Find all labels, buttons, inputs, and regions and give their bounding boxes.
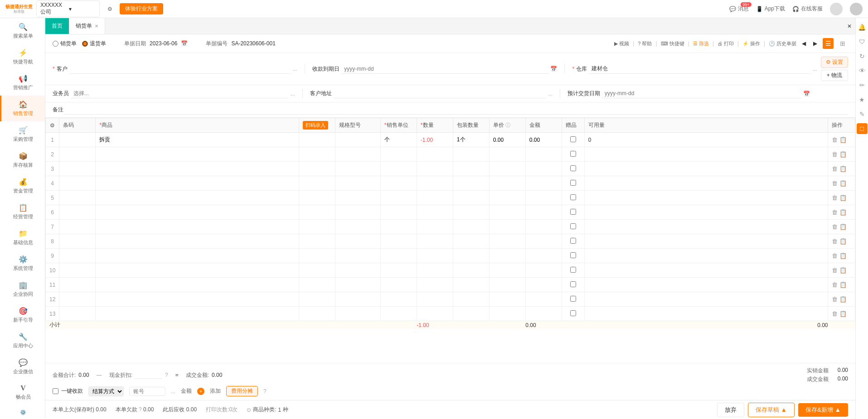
account-input[interactable] — [129, 387, 165, 396]
row-qty-8[interactable] — [417, 234, 453, 249]
row-spec-2[interactable] — [335, 147, 380, 162]
row-delete-button-12[interactable]: 🗑 — [832, 296, 838, 303]
tab-home[interactable]: 首页 — [45, 18, 69, 34]
row-copy-button-3[interactable]: 📋 — [839, 165, 847, 172]
row-gift-4[interactable] — [562, 176, 584, 191]
row-gift-8[interactable] — [562, 234, 584, 249]
sidebar-item-corp-wechat[interactable]: 💬 企业微信 — [0, 354, 45, 380]
delivery-calendar-icon[interactable]: 📅 — [803, 91, 810, 97]
row-gift-checkbox-12[interactable] — [570, 296, 576, 302]
row-barcode-2[interactable] — [59, 147, 96, 162]
row-spec-1[interactable] — [335, 133, 380, 147]
row-unit-4[interactable] — [380, 176, 417, 191]
logistics-button[interactable]: + 物流 — [821, 70, 848, 81]
rp-orange-action-icon[interactable]: □ — [857, 123, 868, 134]
tab-close-icon[interactable]: ✕ — [95, 24, 98, 29]
settlement-method-select[interactable]: 结算方式 — [88, 386, 124, 396]
row-gift-5[interactable] — [562, 191, 584, 205]
row-barcode-7[interactable] — [59, 220, 96, 234]
row-pack-qty-8[interactable] — [453, 234, 489, 249]
row-unit-10[interactable] — [380, 263, 417, 278]
row-spec-8[interactable] — [335, 234, 380, 249]
row-spec-3[interactable] — [335, 162, 380, 176]
row-barcode-12[interactable] — [59, 292, 96, 307]
row-product-2[interactable] — [96, 147, 299, 162]
row-delete-button-6[interactable]: 🗑 — [832, 209, 838, 216]
row-pack-qty-1[interactable] — [453, 133, 489, 147]
row-amount-13[interactable] — [525, 307, 562, 321]
delivery-date-input[interactable] — [602, 89, 801, 98]
row-unit-price-13[interactable] — [489, 307, 525, 321]
row-qty-7[interactable] — [417, 220, 453, 234]
rp-edit2-icon[interactable]: ✎ — [857, 109, 868, 120]
sidebar-item-operations-mgmt[interactable]: 📋 经营管理 — [0, 199, 45, 225]
row-gift-checkbox-5[interactable] — [570, 194, 576, 200]
row-unit-9[interactable] — [380, 249, 417, 263]
row-copy-button-1[interactable]: 📋 — [839, 136, 847, 143]
account-dots-icon[interactable]: ... — [171, 388, 175, 395]
fee-split-button[interactable]: 费用分摊 — [226, 386, 258, 396]
sidebar-item-capital-mgmt[interactable]: 💰 资金管理 — [0, 173, 45, 199]
one-click-payment-input[interactable] — [53, 388, 58, 394]
row-gift-7[interactable] — [562, 220, 584, 234]
row-unit-price-1[interactable] — [489, 133, 525, 147]
online-service-button[interactable]: 🎧 在线客服 — [792, 5, 823, 13]
row-pack-qty-10[interactable] — [453, 263, 489, 278]
row-pack-qty-13[interactable] — [453, 307, 489, 321]
row-copy-button-5[interactable]: 📋 — [839, 194, 847, 201]
row-unit-7[interactable] — [380, 220, 417, 234]
row-unit-price-3[interactable] — [489, 162, 525, 176]
tab-sales-order[interactable]: 销货单 ✕ — [69, 18, 105, 34]
row-unit-price-2[interactable] — [489, 147, 525, 162]
rp-refresh-icon[interactable]: ↻ — [857, 51, 868, 62]
row-pack-qty-6[interactable] — [453, 205, 489, 220]
row-unit-price-7[interactable] — [489, 220, 525, 234]
sidebar-item-newbie-guide[interactable]: 🎯 新手引导 — [0, 302, 45, 328]
row-qty-5[interactable] — [417, 191, 453, 205]
row-gift-checkbox-11[interactable] — [570, 281, 576, 287]
row-unit-price-12[interactable] — [489, 292, 525, 307]
avatar-extra[interactable] — [850, 3, 863, 15]
save-new-button[interactable]: 保存&新增 ▲ — [798, 403, 848, 417]
row-copy-button-9[interactable]: 📋 — [839, 252, 847, 259]
row-unit-6[interactable] — [380, 205, 417, 220]
row-qty-13[interactable] — [417, 307, 453, 321]
row-amount-9[interactable] — [525, 249, 562, 263]
row-barcode-9[interactable] — [59, 249, 96, 263]
row-delete-button-13[interactable]: 🗑 — [832, 310, 838, 317]
row-delete-button-3[interactable]: 🗑 — [832, 165, 838, 172]
row-delete-button-2[interactable]: 🗑 — [832, 151, 838, 158]
row-pack-qty-4[interactable] — [453, 176, 489, 191]
row-gift-checkbox-10[interactable] — [570, 267, 576, 273]
row-spec-7[interactable] — [335, 220, 380, 234]
grid-view-icon[interactable]: ⊞ — [837, 38, 848, 49]
row-amount-6[interactable] — [525, 205, 562, 220]
sidebar-item-marketing[interactable]: 📢 营销推广 — [0, 70, 45, 96]
sidebar-item-system-mgmt[interactable]: ⚙️ 系统管理 — [0, 250, 45, 276]
shortcut-button[interactable]: ⌨ 快捷键 — [661, 40, 684, 47]
row-product-7[interactable] — [96, 220, 299, 234]
row-pack-qty-2[interactable] — [453, 147, 489, 162]
trial-button[interactable]: 体验行业方案 — [120, 3, 163, 14]
row-gift-2[interactable] — [562, 147, 584, 162]
row-delete-button-1[interactable]: 🗑 — [832, 136, 838, 143]
row-barcode-3[interactable] — [59, 162, 96, 176]
customer-input[interactable] — [69, 64, 291, 74]
row-unit-13[interactable] — [380, 307, 417, 321]
row-spec-9[interactable] — [335, 249, 380, 263]
one-click-payment-checkbox[interactable]: 一键收款 — [53, 387, 83, 395]
salesman-input[interactable] — [71, 89, 289, 98]
tab-close-all-icon[interactable]: ✕ — [847, 23, 855, 29]
row-gift-checkbox-3[interactable] — [570, 165, 576, 171]
row-copy-button-8[interactable]: 📋 — [839, 238, 847, 245]
row-spec-12[interactable] — [335, 292, 380, 307]
row-qty-4[interactable] — [417, 176, 453, 191]
col-settings[interactable]: ⚙ — [46, 118, 59, 133]
row-amount-4[interactable] — [525, 176, 562, 191]
radio-return-order-input[interactable] — [82, 41, 88, 47]
row-gift-checkbox-1[interactable] — [570, 136, 576, 142]
rp-shield-icon[interactable]: 🛡 — [857, 36, 868, 47]
row-unit-2[interactable] — [380, 147, 417, 162]
row-product-10[interactable] — [96, 263, 299, 278]
row-copy-button-6[interactable]: 📋 — [839, 209, 847, 216]
